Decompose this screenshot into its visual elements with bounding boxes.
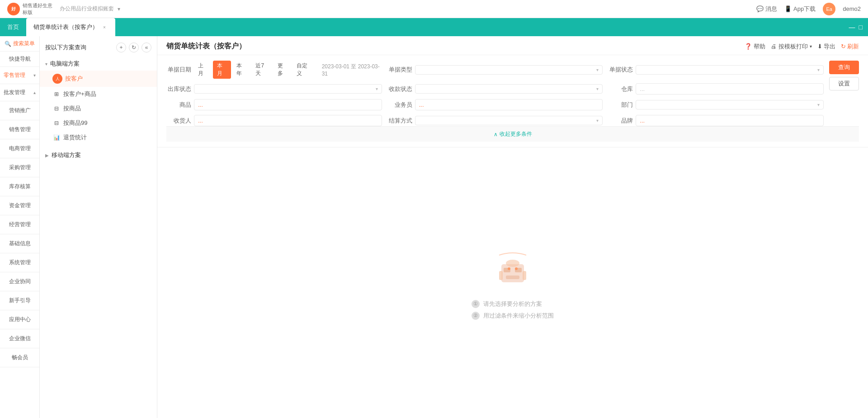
- tab-active[interactable]: 销货单统计表（按客户） ×: [26, 18, 115, 36]
- chevron-down-icon-3: ▾: [376, 86, 378, 91]
- sidebar-item-basic-info[interactable]: 基础信息: [0, 234, 39, 253]
- goods-placeholder: ...: [198, 101, 203, 108]
- settlement-label: 结算方式: [387, 117, 412, 125]
- settings-btn[interactable]: 设置: [829, 77, 859, 90]
- sidebar-item-beginner[interactable]: 新手引导: [0, 291, 39, 310]
- sidebar-item-ecommerce[interactable]: 电商管理: [0, 139, 39, 158]
- svg-rect-4: [499, 271, 503, 280]
- sidebar-item-member[interactable]: 畅会员: [0, 348, 39, 367]
- sidebar-item-app-center[interactable]: 应用中心: [0, 310, 39, 329]
- warehouse-select[interactable]: ...: [636, 83, 824, 95]
- scheme-by-goods[interactable]: ⊟ 按商品: [40, 101, 157, 116]
- order-type-select[interactable]: ▾: [415, 65, 603, 75]
- department-label: 部门: [608, 101, 633, 109]
- filter-row-3: 商品 ... 业务员 ...: [166, 99, 824, 110]
- brand-filter-cell: 品牌 ...: [608, 115, 824, 126]
- department-select[interactable]: ▾: [636, 100, 824, 109]
- scheme-return-stats[interactable]: 📊 退货统计: [40, 130, 157, 145]
- goods-select[interactable]: ...: [194, 99, 382, 110]
- empty-state: ① 请先选择要分析的方案 ② 用过滤条件来缩小分析范围: [157, 147, 868, 418]
- receiver-select[interactable]: ...: [194, 115, 382, 126]
- top-bar: 好 销售通好生意 标版 办公用品行业模拟账套 ▾ 💬 消息 📱 App下载 Ea…: [0, 0, 868, 18]
- collapse-panel-btn[interactable]: «: [142, 43, 151, 52]
- sidebar-item-sales[interactable]: 销售管理: [0, 120, 39, 139]
- sidebar-item-purchase[interactable]: 采购管理: [0, 158, 39, 177]
- date-tab-last-month[interactable]: 上月: [194, 61, 212, 79]
- date-tab-this-year[interactable]: 本年: [232, 61, 250, 79]
- chevron-down-icon-5: ▾: [817, 102, 820, 107]
- empty-illustration: [490, 246, 535, 293]
- print-btn[interactable]: 🖨 按模板打印 ▾: [771, 43, 812, 51]
- user-name: demo2: [843, 5, 861, 12]
- sidebar-item-enterprise-collab[interactable]: 企业协同: [0, 272, 39, 291]
- chart-icon: 📊: [52, 133, 61, 142]
- sidebar-nav-item[interactable]: 快捷导航: [0, 52, 39, 67]
- tab-maximize-icon[interactable]: □: [859, 24, 863, 31]
- sidebar-item-marketing[interactable]: 营销推广: [0, 101, 39, 120]
- settlement-select[interactable]: ▾: [415, 116, 603, 125]
- tab-bar: 首页 销货单统计表（按客户） × — □: [0, 18, 868, 36]
- tab-home[interactable]: 首页: [0, 18, 26, 36]
- page-title: 销货单统计表（按客户）: [166, 42, 246, 51]
- add-scheme-btn[interactable]: +: [116, 43, 126, 52]
- logo-icon: 好: [7, 3, 20, 15]
- empty-icon: [490, 246, 535, 291]
- dropdown-icon[interactable]: ▾: [118, 6, 120, 12]
- out-status-select[interactable]: ▾: [194, 84, 382, 94]
- message-btn[interactable]: 💬 消息: [756, 5, 777, 13]
- desktop-scheme-parent[interactable]: ▾ 电脑端方案: [40, 57, 157, 71]
- tab-minimize-icon[interactable]: —: [849, 24, 855, 31]
- date-tab-this-month[interactable]: 本月: [213, 61, 231, 79]
- chevron-down-icon-4: ▾: [596, 86, 599, 91]
- sidebar-item-finance[interactable]: 资金管理: [0, 196, 39, 215]
- query-btn[interactable]: 查询: [829, 61, 859, 74]
- settlement-filter-cell: 结算方式 ▾: [387, 116, 603, 125]
- date-tabs: 上月 本月 本年 近7天 更多 自定义: [194, 61, 316, 79]
- payment-status-select[interactable]: ▾: [415, 84, 603, 94]
- scheme-by-customer[interactable]: 人 按客户: [40, 71, 157, 87]
- help-btn[interactable]: ❓ 帮助: [745, 43, 765, 51]
- mobile-scheme-parent[interactable]: ▶ 移动端方案: [40, 148, 157, 162]
- svg-point-7: [508, 267, 510, 270]
- page-actions: ❓ 帮助 🖨 按模板打印 ▾ ⬇ 导出 ↻ 刷新: [745, 43, 859, 51]
- grid-icon: ⊞: [52, 90, 61, 98]
- sidebar-item-wechat[interactable]: 企业微信: [0, 329, 39, 348]
- selected-icon: 人: [52, 74, 62, 84]
- svg-point-6: [506, 260, 519, 267]
- scheme-by-customer-goods[interactable]: ⊞ 按客户+商品: [40, 87, 157, 101]
- avatar[interactable]: Ea: [823, 3, 835, 15]
- collapse-bar[interactable]: ∧ 收起更多条件: [166, 126, 859, 142]
- scheme-by-goods-99[interactable]: ⊟ 按商品99: [40, 116, 157, 130]
- warehouse-placeholder: ...: [640, 86, 645, 92]
- export-btn[interactable]: ⬇ 导出: [817, 43, 835, 51]
- warehouse-filter-cell: 仓库 ...: [608, 83, 824, 95]
- date-tab-7days[interactable]: 近7天: [251, 61, 272, 79]
- content: 按以下方案查询 + ↻ « ▾ 电脑端方案 人 按客户 ⊞ 按客: [40, 36, 868, 418]
- refresh-btn[interactable]: ↻ 刷新: [841, 43, 859, 51]
- tab-close-icon[interactable]: ×: [101, 24, 108, 31]
- empty-hint-2: ② 用过滤条件来缩小分析范围: [472, 312, 554, 320]
- brand-label: 品牌: [608, 117, 633, 125]
- date-tab-custom[interactable]: 自定义: [292, 61, 315, 79]
- brand-select[interactable]: ...: [636, 115, 824, 126]
- sidebar-item-operations[interactable]: 经营管理: [0, 215, 39, 234]
- search-menu-item[interactable]: 🔍 搜索菜单: [0, 36, 39, 52]
- export-icon: ⬇: [817, 43, 822, 50]
- order-status-select[interactable]: ▾: [636, 65, 824, 75]
- warehouse-label: 仓库: [608, 85, 633, 93]
- sidebar-item-wholesale[interactable]: 批发管理 ▴: [0, 84, 39, 101]
- app-download-btn[interactable]: 📱 App下载: [784, 5, 816, 13]
- filter-row-1: 单据日期 上月 本月 本年 近7天 更多 自定义: [166, 61, 824, 79]
- order-status-filter-cell: 单据状态 ▾: [608, 65, 824, 75]
- refresh-scheme-btn[interactable]: ↻: [129, 43, 139, 52]
- sidebar-item-system[interactable]: 系统管理: [0, 253, 39, 272]
- date-tab-more[interactable]: 更多: [274, 61, 291, 79]
- sidebar-item-inventory[interactable]: 库存核算: [0, 177, 39, 196]
- logo-area: 好 销售通好生意 标版: [7, 2, 52, 15]
- date-label: 单据日期: [166, 66, 191, 74]
- brand-placeholder: ...: [640, 117, 645, 124]
- salesperson-select[interactable]: ...: [415, 99, 603, 110]
- sidebar-item-retail[interactable]: 零售管理 ▾: [0, 67, 39, 84]
- goods-label: 商品: [166, 101, 191, 109]
- chevron-down-icon: ▾: [33, 73, 36, 78]
